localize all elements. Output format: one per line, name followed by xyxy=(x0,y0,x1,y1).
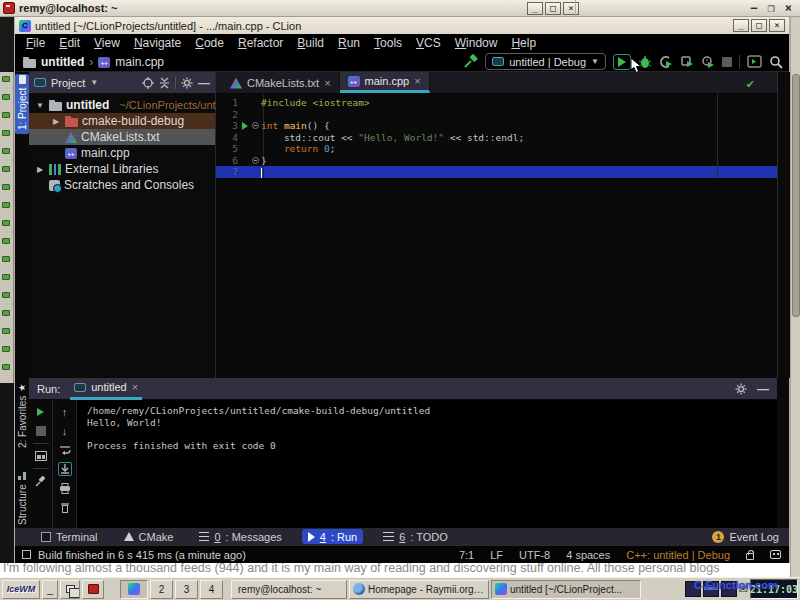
menu-refactor[interactable]: Refactor xyxy=(231,36,290,50)
breadcrumb-project[interactable]: untitled xyxy=(41,55,84,69)
restore-layout-button[interactable] xyxy=(34,449,48,463)
workspace-button-3[interactable]: 3 xyxy=(175,580,198,599)
event-log-button[interactable]: 1Event Log xyxy=(712,531,779,543)
profiler-button[interactable] xyxy=(680,55,694,69)
code-line-1[interactable]: 1#include <iostream> xyxy=(216,97,777,109)
close-icon[interactable]: × xyxy=(324,77,330,89)
fold-icon[interactable] xyxy=(252,157,259,164)
project-panel-title[interactable]: Project xyxy=(51,77,85,89)
code-line-6[interactable]: 6} xyxy=(216,155,777,167)
status-message[interactable]: Build finished in 6 s 415 ms (a minute a… xyxy=(38,549,246,561)
close-button[interactable]: × xyxy=(563,2,579,15)
minimize-button[interactable]: _ xyxy=(527,2,543,15)
breadcrumb[interactable]: untitled › main.cpp xyxy=(23,51,164,72)
status-lf[interactable]: LF xyxy=(490,549,503,561)
run-line-icon[interactable] xyxy=(242,122,248,130)
browser-close-button[interactable]: × xyxy=(785,1,792,16)
code-line-2[interactable]: 2 xyxy=(216,109,777,121)
tree-item-cmakelists-txt[interactable]: CMakeLists.txt xyxy=(29,129,215,145)
show-desktop-button[interactable]: _ xyxy=(42,580,58,599)
build-hammer-icon[interactable] xyxy=(463,54,478,69)
workspace-button-2[interactable]: 2 xyxy=(150,580,173,599)
scrollbar-thumb[interactable] xyxy=(792,74,800,317)
fold-icon[interactable] xyxy=(252,122,259,129)
workspace-button-1[interactable] xyxy=(120,580,148,599)
menu-build[interactable]: Build xyxy=(290,36,331,50)
tree-expand-arrow[interactable]: ▶ xyxy=(35,165,45,174)
tree-item-external-libraries[interactable]: ▶External Libraries xyxy=(29,161,215,177)
menu-file[interactable]: File xyxy=(19,36,52,50)
clion-minimize-button[interactable]: _ xyxy=(733,19,749,32)
run-with-coverage-button[interactable] xyxy=(659,55,673,69)
toolwindow-button-messages[interactable]: 0: Messages xyxy=(193,529,287,544)
menu-window[interactable]: Window xyxy=(448,36,505,50)
hide-run-panel-button[interactable]: — xyxy=(757,384,769,394)
clion-titlebar[interactable]: C untitled [~/CLionProjects/untitled] - … xyxy=(15,17,789,34)
tool-tab-project[interactable]: 1: Project xyxy=(15,74,29,134)
menu-vcs[interactable]: VCS xyxy=(409,36,448,50)
window-list-button[interactable] xyxy=(60,580,80,599)
menu-view[interactable]: View xyxy=(87,36,127,50)
run-settings-gear-icon[interactable] xyxy=(735,383,747,395)
toolwindow-toggle-icon[interactable] xyxy=(22,550,31,559)
toolwindow-button-cmake[interactable]: CMake xyxy=(118,529,180,544)
code-line-5[interactable]: 5 return 0; xyxy=(216,143,777,155)
collapse-all-button[interactable] xyxy=(159,77,170,89)
up-stacktrace-button[interactable]: ↑ xyxy=(58,405,72,419)
status-4-spaces[interactable]: 4 spaces xyxy=(566,549,610,561)
tree-item-scratches-and-consoles[interactable]: Scratches and Consoles xyxy=(29,177,215,193)
scrollbar-track[interactable] xyxy=(790,17,800,577)
menu-navigate[interactable]: Navigate xyxy=(127,36,188,50)
task-button-untitled-clionproject[interactable]: untitled [~/CLionProject... xyxy=(491,580,641,599)
rerun-button[interactable] xyxy=(34,405,48,419)
code-line-4[interactable]: 4 std::cout << "Hello, World!" << std::e… xyxy=(216,132,777,144)
menu-code[interactable]: Code xyxy=(188,36,231,50)
run-anything-button[interactable] xyxy=(747,55,762,68)
locate-file-button[interactable] xyxy=(142,77,154,89)
inspections-ok-icon[interactable]: ✔ xyxy=(746,78,755,91)
stop-button[interactable] xyxy=(722,57,732,67)
pin-tab-button[interactable] xyxy=(34,474,48,488)
code-line-7[interactable]: 7 xyxy=(216,166,777,178)
print-button[interactable] xyxy=(58,481,72,495)
down-stacktrace-button[interactable]: ↓ xyxy=(58,424,72,438)
clion-maximize-button[interactable]: □ xyxy=(751,19,767,32)
workspace-button-4[interactable]: 4 xyxy=(200,580,223,599)
tree-item-untitled[interactable]: ▼untitled~/CLionProjects/untitled xyxy=(29,97,215,113)
search-everywhere-button[interactable] xyxy=(769,55,783,69)
menu-help[interactable]: Help xyxy=(504,36,543,50)
task-button-remy-localhost[interactable]: remy@localhost: ~ xyxy=(231,580,347,599)
menu-edit[interactable]: Edit xyxy=(52,36,87,50)
scroll-to-end-button[interactable] xyxy=(58,462,72,476)
maximize-button[interactable]: □ xyxy=(545,2,561,15)
close-icon[interactable]: × xyxy=(414,75,420,87)
highlighting-level-icon[interactable] xyxy=(770,550,781,559)
close-icon[interactable]: × xyxy=(132,381,138,393)
toolwindow-button-terminal[interactable]: Terminal xyxy=(35,529,104,544)
cpu-profiler-button[interactable] xyxy=(701,55,715,69)
menu-tools[interactable]: Tools xyxy=(367,36,409,50)
hide-panel-button[interactable]: — xyxy=(198,78,210,88)
soft-wrap-button[interactable] xyxy=(58,443,72,457)
code-line-3[interactable]: 3int main() { xyxy=(216,120,777,132)
status-context[interactable]: C++: untitled | Debug xyxy=(626,549,730,561)
terminal-launcher-button[interactable] xyxy=(82,580,104,599)
clear-console-button[interactable] xyxy=(58,500,72,514)
editor-tab-main-cpp[interactable]: main.cpp× xyxy=(340,72,430,93)
tree-item-cmake-build-debug[interactable]: ▶cmake-build-debug xyxy=(29,113,215,129)
tree-expand-arrow[interactable]: ▼ xyxy=(35,101,45,110)
chevron-down-icon[interactable]: ▼ xyxy=(90,78,98,87)
browser-restore-button[interactable]: ❐ xyxy=(768,1,775,16)
task-button-homepage-raymii-org[interactable]: Homepage - Raymii.org -... xyxy=(349,580,489,599)
clion-close-button[interactable]: × xyxy=(769,19,785,32)
breadcrumb-file[interactable]: main.cpp xyxy=(115,55,164,69)
run-console-output[interactable]: /home/remy/CLionProjects/untitled/cmake-… xyxy=(77,400,777,528)
tool-tab-favorites[interactable]: 2: Favorites ★ xyxy=(15,386,29,452)
lock-icon[interactable] xyxy=(746,553,754,560)
tree-item-main-cpp[interactable]: main.cpp xyxy=(29,145,215,161)
run-button[interactable] xyxy=(613,54,631,70)
browser-minimize-button[interactable]: − xyxy=(750,1,757,16)
code-area[interactable]: 1#include <iostream>23int main() {4 std:… xyxy=(216,94,777,178)
toolwindow-button-run[interactable]: 4: Run xyxy=(302,529,363,544)
status-7-1[interactable]: 7:1 xyxy=(459,549,474,561)
